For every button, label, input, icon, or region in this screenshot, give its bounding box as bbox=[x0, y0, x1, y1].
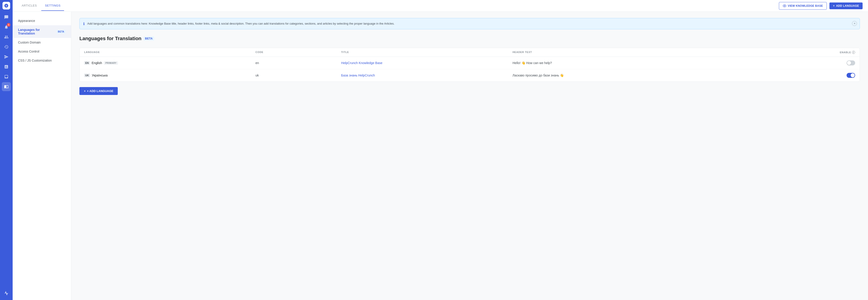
view-knowledge-base-button[interactable]: VIEW KNOWLEDGE BASE bbox=[779, 2, 827, 10]
header-text-cell-en: Hello! 👋 How can we help? bbox=[513, 61, 769, 65]
sidebar-icon-inbox[interactable] bbox=[2, 72, 11, 81]
settings-nav-appearance[interactable]: Appearance bbox=[12, 16, 71, 25]
code-cell-uk: uk bbox=[255, 73, 341, 77]
page-title: Languages for Translation bbox=[80, 36, 142, 41]
info-banner-close-button[interactable]: ✕ bbox=[852, 21, 857, 26]
add-language-button[interactable]: + + ADD LANGUAGE bbox=[80, 87, 118, 95]
table-row: UK Українська uk База знань HelpCrunch Л… bbox=[80, 69, 860, 82]
header-language: LANGUAGE bbox=[84, 51, 255, 54]
lang-name-uk: Українська bbox=[92, 73, 107, 77]
sidebar-icon-reports[interactable] bbox=[2, 62, 11, 71]
logo[interactable] bbox=[2, 2, 10, 9]
flag-uk: UK bbox=[84, 73, 90, 77]
languages-beta-badge: BETA bbox=[57, 30, 66, 33]
top-nav: ARTICLES SETTINGS VIEW KNOWLEDGE BASE + … bbox=[12, 0, 868, 12]
notification-badge: 3 bbox=[7, 23, 10, 27]
tab-articles[interactable]: ARTICLES bbox=[18, 1, 40, 11]
settings-sidebar: Appearance Languages for Translation BET… bbox=[12, 12, 71, 300]
sidebar-icon-campaigns[interactable] bbox=[2, 52, 11, 61]
tab-settings[interactable]: SETTINGS bbox=[41, 1, 64, 11]
svg-point-0 bbox=[784, 5, 785, 6]
icon-sidebar: 3 bbox=[0, 0, 12, 300]
header-title: TITLE bbox=[341, 51, 513, 54]
toggle-uk[interactable] bbox=[846, 73, 855, 78]
table-row: EN English PRIMARY en HelpCrunch Knowled… bbox=[80, 57, 860, 69]
language-table: LANGUAGE CODE TITLE HEADER TEXT ENABLE i… bbox=[80, 48, 860, 82]
css-js-label: CSS / JS Customization bbox=[18, 59, 52, 62]
page-beta-badge: BETA bbox=[144, 36, 154, 40]
lang-name-en: English bbox=[92, 61, 102, 65]
content-layout: Appearance Languages for Translation BET… bbox=[12, 12, 868, 300]
appearance-label: Appearance bbox=[18, 19, 35, 23]
primary-badge-en: PRIMARY bbox=[104, 61, 118, 65]
sidebar-icon-chat[interactable] bbox=[2, 12, 11, 22]
title-link-uk[interactable]: База знань HelpCrunch bbox=[341, 73, 375, 77]
language-cell-uk: UK Українська bbox=[84, 73, 255, 77]
header-code: CODE bbox=[255, 51, 341, 54]
add-language-header-label: ADD LANGUAGE bbox=[836, 4, 859, 7]
nav-tabs: ARTICLES SETTINGS bbox=[18, 1, 779, 11]
add-language-plus-icon: + bbox=[84, 89, 86, 93]
plus-icon: + bbox=[833, 4, 835, 7]
header-text-cell-uk: Ласкаво просимо до бази знань 👋 bbox=[513, 73, 769, 77]
add-language-header-button[interactable]: + ADD LANGUAGE bbox=[830, 2, 863, 9]
info-banner: ℹ Add languages and common translations … bbox=[80, 18, 860, 29]
code-cell-en: en bbox=[255, 61, 341, 65]
view-kb-label: VIEW KNOWLEDGE BASE bbox=[788, 4, 823, 7]
sidebar-icon-activity[interactable] bbox=[2, 289, 11, 298]
add-language-label: + ADD LANGUAGE bbox=[87, 89, 114, 93]
info-banner-text: Add languages and common translations he… bbox=[87, 22, 395, 26]
info-icon: ℹ bbox=[83, 22, 85, 26]
toggle-en[interactable] bbox=[846, 60, 855, 65]
page-heading: Languages for Translation BETA bbox=[80, 36, 860, 41]
title-link-en[interactable]: HelpCrunch Knowledge Base bbox=[341, 61, 382, 65]
custom-domain-label: Custom Domain bbox=[18, 40, 40, 44]
settings-nav-languages[interactable]: Languages for Translation BETA bbox=[12, 25, 71, 38]
settings-nav-custom-domain[interactable]: Custom Domain bbox=[12, 38, 71, 47]
enable-cell-en bbox=[769, 60, 855, 65]
title-cell-en[interactable]: HelpCrunch Knowledge Base bbox=[341, 61, 513, 65]
header-enable: ENABLE i bbox=[769, 51, 855, 54]
header-header-text: HEADER TEXT bbox=[513, 51, 769, 54]
enable-cell-uk bbox=[769, 73, 855, 78]
languages-label: Languages for Translation bbox=[18, 28, 55, 35]
sidebar-icon-knowledge[interactable] bbox=[2, 82, 11, 91]
settings-nav-css-js[interactable]: CSS / JS Customization bbox=[12, 56, 71, 65]
sidebar-icon-notifications[interactable]: 3 bbox=[2, 23, 11, 32]
sidebar-icon-history[interactable] bbox=[2, 42, 11, 52]
flag-en: EN bbox=[84, 61, 90, 65]
main-area: ARTICLES SETTINGS VIEW KNOWLEDGE BASE + … bbox=[12, 0, 868, 300]
enable-info-icon: i bbox=[852, 51, 855, 54]
main-content: ℹ Add languages and common translations … bbox=[71, 12, 868, 300]
language-cell-en: EN English PRIMARY bbox=[84, 61, 255, 65]
settings-nav-access-control[interactable]: Access Control bbox=[12, 47, 71, 56]
nav-actions: VIEW KNOWLEDGE BASE + ADD LANGUAGE bbox=[779, 2, 863, 10]
table-header: LANGUAGE CODE TITLE HEADER TEXT ENABLE i bbox=[80, 48, 860, 57]
access-control-label: Access Control bbox=[18, 50, 39, 53]
title-cell-uk[interactable]: База знань HelpCrunch bbox=[341, 73, 513, 78]
sidebar-icon-contacts[interactable] bbox=[2, 32, 11, 41]
